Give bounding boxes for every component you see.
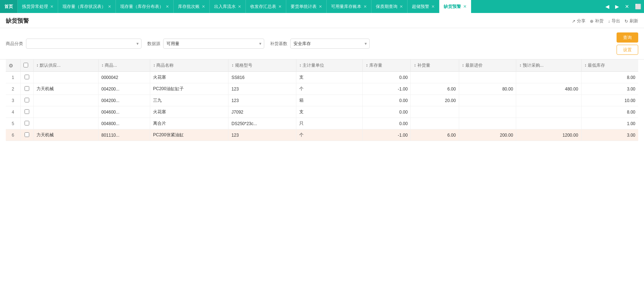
tab-prev-button[interactable]: ◀ [602,0,612,13]
table-body: 1 0000042 火花塞 SS816 支 0.00 8.00 2 力天机械 0… [6,72,638,141]
tab-close-button[interactable]: ✕ [622,0,632,13]
close-icon[interactable]: ✕ [166,4,169,9]
close-icon[interactable]: ✕ [319,4,322,9]
row-default-supplier: 力天机械 [33,129,98,141]
column-product-code[interactable]: ↕ 商品... [98,59,150,72]
row-product-name: 离合片 [150,118,228,129]
data-table: ⚙ ↕ 默认供应... ↕ 商品... ↕ 商品名称 ↕ [6,59,638,141]
row-default-supplier [33,95,98,106]
row-unit: 支 [296,72,362,83]
query-button[interactable]: 查询 [617,32,638,43]
row-estimated-purchase [516,72,581,83]
row-number: 2 [6,83,20,95]
row-latest-price: 200.00 [459,129,516,141]
tab-inventory-status[interactable]: 现存量（库存状况表） ✕ [58,0,116,13]
row-checkbox[interactable] [20,83,33,95]
row-default-supplier [33,72,98,83]
row-checkbox[interactable] [20,118,33,129]
column-min-stock[interactable]: ↕ 最低库存 [581,59,638,72]
gear-icon[interactable]: ⚙ [9,63,13,69]
datasource-filter-group: 数据源 可用量 [147,39,264,49]
row-checkbox[interactable] [20,106,33,118]
row-min-stock: 3.00 [581,83,638,95]
column-unit[interactable]: ↕ 主计量单位 [296,59,362,72]
row-estimated-purchase: 1200.00 [516,129,581,141]
tab-batch-account[interactable]: 库存批次账 ✕ [174,0,210,13]
row-replenish-qty [411,106,459,118]
tab-available-ledger[interactable]: 可用量库存账本 ✕ [327,0,371,13]
row-min-stock: 3.00 [581,129,638,141]
row-product-code: 801110... [98,129,150,141]
tab-nav-buttons: ◀ ▶ ✕ ⬜ [602,0,644,13]
row-replenish-qty: 6.00 [411,83,459,95]
tab-flow[interactable]: 出入库流水 ✕ [210,0,246,13]
column-gear[interactable]: ⚙ [6,59,20,72]
tab-shortage-warning[interactable]: 缺货预警 ✕ [439,0,471,13]
table-row: 1 0000042 火花塞 SS816 支 0.00 8.00 [6,72,638,83]
row-product-name: 三九 [150,95,228,106]
row-latest-price [459,118,516,129]
column-default-supplier[interactable]: ↕ 默认供应... [33,59,98,72]
row-latest-price [459,72,516,83]
row-product-code: 004600... [98,106,150,118]
category-select[interactable] [26,39,142,49]
tab-collect-summary[interactable]: 收发存汇总表 ✕ [246,0,286,13]
row-default-supplier: 力天机械 [33,83,98,95]
row-replenish-qty: 6.00 [411,129,459,141]
replenish-icon: ⊕ [590,19,593,24]
row-default-supplier [33,106,98,118]
export-button[interactable]: ↓ 导出 [608,18,620,24]
main-content: 缺货预警 ↗ 分享 ⊕ 补货 ↓ 导出 ↻ 刷新 商品分类 [0,13,644,287]
replenish-button[interactable]: ⊕ 补货 [590,18,604,24]
row-product-code: 004200... [98,95,150,106]
close-icon[interactable]: ✕ [364,4,367,9]
tab-bar: 首页 拣货异常处理 ✕ 现存量（库存状况表） ✕ 现存量（库存分布表） ✕ 库存… [0,0,644,13]
row-estimated-purchase: 480.00 [516,83,581,95]
tab-defect-handling[interactable]: 拣货异常处理 ✕ [18,0,58,13]
close-icon[interactable]: ✕ [431,4,435,9]
share-button[interactable]: ↗ 分享 [572,18,586,24]
category-filter-group: 商品分类 [6,39,142,49]
row-min-stock: 8.00 [581,106,638,118]
column-replenish-qty[interactable]: ↕ 补货量 [411,59,459,72]
tab-expiry-query[interactable]: 保质期查询 ✕ [371,0,408,13]
close-icon[interactable]: ✕ [50,4,53,9]
tab-home[interactable]: 首页 [0,0,18,13]
refresh-button[interactable]: ↻ 刷新 [625,18,638,24]
row-replenish-qty [411,72,459,83]
select-all-checkbox[interactable] [23,63,28,67]
tab-inventory-dist[interactable]: 现存量（库存分布表） ✕ [116,0,174,13]
column-product-name[interactable]: ↕ 商品名称 [150,59,228,72]
row-default-supplier [33,118,98,129]
row-product-name: 火花塞 [150,72,228,83]
row-product-name: PC200张紧油缸 [150,129,228,141]
settings-button[interactable]: 设置 [617,45,638,55]
replenish-basis-filter-group: 补货基数 安全库存 [270,39,370,49]
table-row: 2 力天机械 004200... PC200油缸缸子 123 个 -1.00 6… [6,83,638,95]
row-latest-price [459,106,516,118]
close-icon[interactable]: ✕ [202,4,205,9]
close-icon[interactable]: ✕ [108,4,111,9]
column-stock-qty[interactable]: ↕ 库存量 [363,59,411,72]
close-icon[interactable]: ✕ [278,4,282,9]
close-icon[interactable]: ✕ [400,4,403,9]
replenish-basis-select[interactable]: 安全库存 [290,39,370,49]
column-spec[interactable]: ↕ 规格型号 [229,59,296,72]
row-checkbox[interactable] [20,95,33,106]
datasource-select-wrapper: 可用量 [163,39,264,49]
row-checkbox[interactable] [20,129,33,141]
tab-overstock-warning[interactable]: 超储预警 ✕ [408,0,439,13]
datasource-select[interactable]: 可用量 [163,39,264,49]
tab-next-button[interactable]: ▶ [612,0,622,13]
row-estimated-purchase [516,106,581,118]
row-product-name: 火花塞 [150,106,228,118]
header-actions: ↗ 分享 ⊕ 补货 ↓ 导出 ↻ 刷新 [572,18,638,24]
close-icon[interactable]: ✕ [463,4,466,9]
row-product-code: 0000042 [98,72,150,83]
column-latest-price[interactable]: ↕ 最新进价 [459,59,516,72]
tab-fullscreen-button[interactable]: ⬜ [632,0,644,13]
row-checkbox[interactable] [20,72,33,83]
tab-order-stats[interactable]: 要货单统计表 ✕ [286,0,327,13]
column-estimated-purchase[interactable]: ↕ 预计采购... [516,59,581,72]
close-icon[interactable]: ✕ [238,4,241,9]
